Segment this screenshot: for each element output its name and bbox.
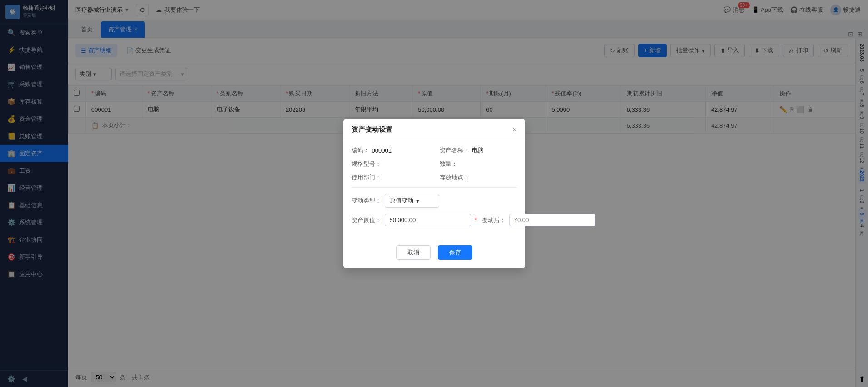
modal-header: 资产变动设置 × xyxy=(343,119,525,139)
modal-row-2: 规格型号： 数量： xyxy=(352,160,517,168)
change-type-select[interactable]: 原值变动 ▾ xyxy=(385,194,439,208)
asset-value-input[interactable] xyxy=(385,214,471,226)
asset-change-modal: 资产变动设置 × 编码： 000001 资产名称： 电脑 规格型号： xyxy=(343,119,525,268)
modal-field-code: 编码： 000001 xyxy=(352,146,429,154)
dept-label: 使用部门： xyxy=(352,174,381,182)
after-value-input[interactable] xyxy=(509,214,595,226)
quantity-label: 数量： xyxy=(440,160,457,168)
modal-change-type-row: 变动类型： 原值变动 ▾ xyxy=(352,194,517,208)
modal-divider xyxy=(352,187,517,188)
change-type-value: 原值变动 xyxy=(390,197,413,205)
asset-value-label: 资产原值： xyxy=(352,216,381,224)
change-type-label: 变动类型： xyxy=(352,197,381,205)
modal-field-quantity: 数量： xyxy=(440,160,517,168)
modal-title: 资产变动设置 xyxy=(352,125,392,134)
required-mark: * xyxy=(475,216,477,224)
cancel-button[interactable]: 取消 xyxy=(396,245,431,260)
name-value: 电脑 xyxy=(472,146,484,154)
location-label: 存放地点： xyxy=(440,174,469,182)
modal-footer: 取消 保存 xyxy=(343,241,525,268)
name-label: 资产名称： xyxy=(440,146,469,154)
spec-label: 规格型号： xyxy=(352,160,381,168)
modal-overlay: 资产变动设置 × 编码： 000001 资产名称： 电脑 规格型号： xyxy=(0,0,868,387)
modal-row-3: 使用部门： 存放地点： xyxy=(352,174,517,182)
save-button[interactable]: 保存 xyxy=(438,245,472,260)
modal-body: 编码： 000001 资产名称： 电脑 规格型号： 数量： xyxy=(343,139,525,241)
modal-field-location: 存放地点： xyxy=(440,174,517,182)
modal-row-1: 编码： 000001 资产名称： 电脑 xyxy=(352,146,517,154)
select-chevron-icon: ▾ xyxy=(416,198,419,204)
code-label: 编码： xyxy=(352,146,369,154)
modal-field-dept: 使用部门： xyxy=(352,174,429,182)
after-label: 变动后： xyxy=(482,216,506,224)
modal-close-button[interactable]: × xyxy=(512,126,516,134)
code-value: 000001 xyxy=(372,147,392,154)
modal-value-row: 资产原值： * 变动后： xyxy=(352,214,517,226)
modal-field-spec: 规格型号： xyxy=(352,160,429,168)
modal-field-name: 资产名称： 电脑 xyxy=(440,146,517,154)
